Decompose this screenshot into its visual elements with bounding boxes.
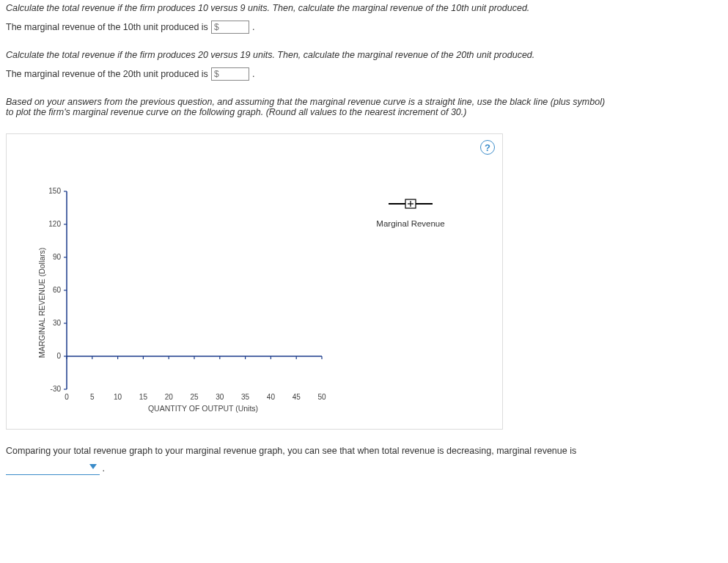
svg-text:150: 150: [48, 187, 61, 195]
legend-symbol-plus: [367, 199, 455, 209]
graph-panel: ? Marginal Revenue -30030609012015005101…: [6, 133, 503, 430]
svg-text:40: 40: [267, 393, 276, 401]
svg-text:30: 30: [53, 319, 62, 327]
q1-label: The marginal revenue of the 10th unit pr…: [6, 22, 208, 32]
footer-text: Comparing your total revenue graph to yo…: [6, 446, 576, 456]
graph-prompt-line2: to plot the firm's marginal revenue curv…: [6, 107, 722, 117]
svg-text:45: 45: [293, 393, 301, 401]
svg-text:5: 5: [90, 393, 95, 401]
svg-text:60: 60: [53, 286, 62, 294]
period: .: [102, 463, 104, 474]
q2-input[interactable]: [211, 67, 249, 81]
q2-label: The marginal revenue of the 20th unit pr…: [6, 69, 208, 79]
svg-text:20: 20: [165, 393, 174, 401]
svg-text:35: 35: [241, 393, 250, 401]
chart-plot-area[interactable]: -30030609012015005101520253035404550 MAR…: [29, 185, 337, 413]
svg-text:120: 120: [48, 220, 61, 228]
svg-text:25: 25: [190, 393, 199, 401]
q1-prompt: Calculate the total revenue if the firm …: [6, 3, 722, 13]
legend[interactable]: Marginal Revenue: [367, 199, 455, 228]
legend-label: Marginal Revenue: [367, 219, 455, 228]
svg-text:-30: -30: [51, 385, 62, 393]
y-axis-label: MARGINAL REVENUE (Dollars): [37, 229, 46, 376]
svg-text:50: 50: [317, 393, 326, 401]
svg-text:30: 30: [216, 393, 224, 401]
footer-dropdown[interactable]: [6, 462, 100, 475]
help-icon[interactable]: ?: [480, 140, 495, 155]
svg-text:0: 0: [65, 393, 69, 401]
svg-text:15: 15: [139, 393, 148, 401]
q1-input[interactable]: [211, 21, 249, 34]
period: .: [252, 22, 254, 32]
q2-prompt: Calculate the total revenue if the firm …: [6, 50, 722, 60]
svg-text:90: 90: [53, 253, 62, 261]
period: .: [252, 69, 254, 79]
svg-text:0: 0: [56, 352, 61, 360]
chevron-down-icon: [89, 464, 97, 469]
graph-prompt-line1: Based on your answers from the previous …: [6, 97, 722, 107]
svg-text:10: 10: [114, 393, 122, 401]
x-axis-label: QUANTITY OF OUTPUT (Units): [130, 404, 276, 413]
